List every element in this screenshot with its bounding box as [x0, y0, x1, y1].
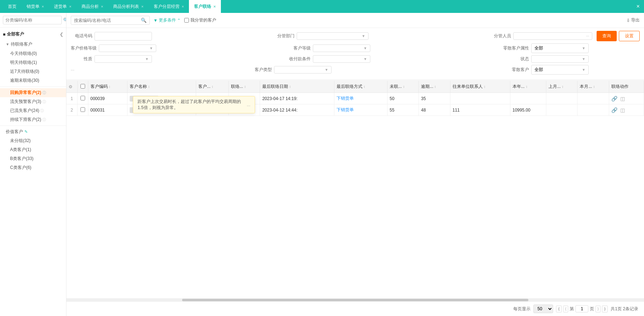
main-search-icon[interactable]: 🔍: [141, 18, 147, 23]
last-page-btn[interactable]: ⟫: [602, 306, 608, 312]
sort-type-icon[interactable]: ↕: [212, 85, 213, 89]
my-customers-check[interactable]: [184, 18, 189, 23]
row2-uncontacted: 55: [387, 104, 418, 116]
nav-product-analysis-list[interactable]: 商品分析列表 ×: [108, 0, 148, 13]
sidebar-today-pending[interactable]: 今天待联络(0): [0, 49, 66, 58]
sidebar-repurchase-anomaly[interactable]: 回购异常客户(2) ⓘ: [0, 88, 66, 97]
nav-home[interactable]: 首页: [3, 0, 22, 13]
tooltip-more[interactable]: ...: [247, 102, 250, 107]
sort-year-icon[interactable]: ↕: [526, 85, 528, 89]
window-close-button[interactable]: ×: [636, 3, 640, 10]
sidebar-collapse-btn[interactable]: ❮: [60, 32, 63, 37]
row1-checkbox[interactable]: [77, 93, 88, 104]
sparse-attr-arrow: ▼: [582, 46, 585, 50]
row2-checkbox[interactable]: [77, 104, 88, 116]
select-all-checkbox[interactable]: [80, 84, 85, 89]
sort-overdue-icon[interactable]: ↕: [434, 85, 436, 89]
row2-last-method[interactable]: 下销货单: [334, 104, 387, 116]
customer-type-select[interactable]: ▼: [274, 66, 332, 74]
sidebar-all-customers[interactable]: ■ 全部客户 ❮: [0, 29, 66, 39]
sidebar-class-a[interactable]: A类客户(1): [0, 145, 66, 154]
sidebar-unassigned[interactable]: 未分组(32): [0, 136, 66, 145]
nav-close-contact[interactable]: ×: [213, 4, 216, 9]
sort-uncontacted-icon[interactable]: ↕: [403, 85, 405, 89]
repurchase-help-icon[interactable]: ⓘ: [42, 90, 46, 95]
sidebar-churned[interactable]: 已流失客户(24) ⓘ: [0, 106, 66, 115]
nav-close-product-list[interactable]: ×: [141, 4, 143, 9]
row1-this-year: [510, 93, 546, 104]
row1-action-icons: 🔗 ◫: [611, 96, 641, 102]
value-customers-edit-icon[interactable]: ✎: [24, 129, 28, 134]
status-select[interactable]: ▼: [531, 55, 589, 63]
payment-select[interactable]: ▼: [313, 55, 370, 63]
col-last-month: 上月...↕: [546, 81, 577, 93]
row1-code: 000039: [88, 93, 128, 104]
row2-select[interactable]: [80, 107, 85, 112]
more-conditions-btn[interactable]: ▼ 更多条件 ⌃: [153, 17, 181, 23]
row2-link-icon[interactable]: 🔗: [611, 107, 617, 113]
sort-name-icon[interactable]: ↕: [148, 85, 150, 89]
page-number-input[interactable]: [575, 305, 588, 312]
nav-sales-order[interactable]: 销货单 ×: [22, 0, 49, 13]
my-customers-checkbox[interactable]: 我分管的客户: [184, 17, 216, 23]
sort-month-icon[interactable]: ↕: [593, 85, 595, 89]
row1-link-icon[interactable]: 🔗: [611, 96, 617, 102]
sort-lastmonth-icon[interactable]: ↕: [562, 85, 564, 89]
col-settings[interactable]: ⚙: [66, 81, 77, 93]
sort-date-icon[interactable]: ↕: [289, 85, 291, 89]
sort-method-icon[interactable]: ↕: [363, 85, 365, 89]
col-checkbox-all[interactable]: [77, 81, 88, 93]
sidebar-class-c[interactable]: C类客户(6): [0, 163, 66, 172]
sidebar-search-input[interactable]: [3, 16, 62, 24]
row1-last-method[interactable]: 下销货单: [334, 93, 387, 104]
nav-customer-segmentation[interactable]: 客户分层经营 ×: [149, 0, 189, 13]
sidebar-divider1: [0, 86, 66, 87]
nav-customer-contact[interactable]: 客户联络 ×: [189, 0, 221, 13]
nav-close-segmentation[interactable]: ×: [182, 4, 184, 9]
sidebar-class-b[interactable]: B类客户(33): [0, 154, 66, 163]
customer-level-select[interactable]: ▼: [313, 44, 370, 52]
sidebar-churn-warning[interactable]: 流失预警客户(3) ⓘ: [0, 97, 66, 106]
per-page-select[interactable]: 50 20 100: [533, 305, 553, 313]
manager-select[interactable]: ···: [513, 32, 592, 40]
price-level-select[interactable]: ▼: [99, 44, 156, 52]
nature-select[interactable]: ▼: [94, 55, 152, 63]
sidebar-search-icon[interactable]: 🔍: [63, 18, 66, 23]
sparse-attr-select[interactable]: 全部 ▼: [531, 43, 589, 53]
prev-page-btn[interactable]: ⟨: [563, 306, 568, 312]
expand-more-icon[interactable]: ···: [71, 67, 74, 72]
row1-grid-icon[interactable]: ◫: [620, 96, 625, 102]
query-button[interactable]: 查询: [597, 31, 617, 41]
churned-help-icon[interactable]: ⓘ: [40, 108, 44, 113]
sort-code-icon[interactable]: ↕: [109, 85, 111, 89]
churn-warning-help-icon[interactable]: ⓘ: [42, 99, 46, 104]
main-search-input[interactable]: [74, 18, 141, 23]
sidebar-declining[interactable]: 持续下滑客户(2) ⓘ: [0, 115, 66, 124]
nav-close-sales[interactable]: ×: [42, 4, 44, 9]
content-area: 🔍 ▼ 更多条件 ⌃ 我分管的客户 ⇩ 导出 电话号码: [66, 13, 644, 316]
sidebar-7days-pending[interactable]: 近7天待联络(0): [0, 67, 66, 76]
horizontal-scrollbar[interactable]: [66, 298, 644, 301]
nav-close-purchase[interactable]: ×: [69, 4, 71, 9]
phone-input[interactable]: [94, 32, 152, 41]
row2-grid-icon[interactable]: ◫: [620, 107, 625, 113]
declining-help-icon[interactable]: ⓘ: [42, 117, 46, 122]
nav-close-product-analysis[interactable]: ×: [101, 4, 103, 9]
sparse-customer-select[interactable]: 全部 ▼: [531, 65, 589, 75]
sort-contact-icon[interactable]: ↕: [244, 85, 246, 89]
nav-product-analysis[interactable]: 商品分析 ×: [77, 0, 108, 13]
row1-select[interactable]: [80, 96, 85, 100]
nav-purchase-order[interactable]: 进货单 ×: [49, 0, 76, 13]
sparse-customer-label: 零散客户: [508, 67, 529, 73]
sort-person-icon[interactable]: ↕: [484, 85, 486, 89]
export-button[interactable]: ⇩ 导出: [626, 17, 640, 23]
settings-button[interactable]: 设置: [619, 31, 640, 41]
sidebar-tree: ■ 全部客户 ❮ ▼ 待联络客户 今天待联络(0) 明天待联络(1) 近7天待联…: [0, 28, 66, 316]
sidebar-pending-contact-group[interactable]: ▼ 待联络客户: [0, 39, 66, 49]
first-page-btn[interactable]: ⟪: [556, 306, 562, 312]
next-page-btn[interactable]: ⟩: [596, 306, 601, 312]
sidebar-value-customers-group[interactable]: 价值客户 ✎: [0, 127, 66, 136]
dept-select[interactable]: ▼: [297, 32, 369, 40]
sidebar-overdue-contact[interactable]: 逾期未联络(30): [0, 76, 66, 85]
sidebar-tomorrow-pending[interactable]: 明天待联络(1): [0, 58, 66, 67]
